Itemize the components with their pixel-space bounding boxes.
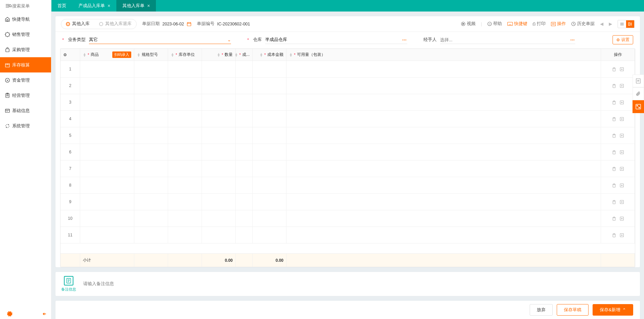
sidebar-item-label: 销售管理 <box>12 31 46 38</box>
table-row[interactable]: 3 <box>61 94 635 111</box>
tab-close-icon[interactable]: × <box>108 3 110 8</box>
warehouse-select[interactable]: ⋯ <box>265 36 407 44</box>
col-unit[interactable]: ▲▼*库存单位 <box>168 49 202 61</box>
row-add-icon[interactable] <box>620 67 624 71</box>
history-next[interactable]: ▶ <box>609 21 612 26</box>
table-row[interactable]: 4 <box>61 111 635 127</box>
sidebar-item-7[interactable]: 系统管理 <box>0 118 51 133</box>
svg-rect-55 <box>613 102 615 104</box>
clip-icon <box>5 93 12 98</box>
col-product[interactable]: ▲▼*商品扫码录入 <box>80 49 134 61</box>
biz-type-field: *业务类型 ⌄ <box>62 36 231 44</box>
col-cost-amount[interactable]: ▲▼*成本金额 <box>253 49 286 61</box>
view-list[interactable] <box>618 20 626 28</box>
table-row[interactable]: 10 <box>61 210 635 227</box>
radio-tab-0[interactable]: 其他入库 <box>61 19 94 29</box>
row-delete-icon[interactable] <box>612 100 616 105</box>
row-delete-icon[interactable] <box>612 67 616 71</box>
scan-badge[interactable]: 扫码录入 <box>112 51 131 58</box>
row-add-icon[interactable] <box>620 183 624 188</box>
row-add-icon[interactable] <box>620 233 624 237</box>
sidebar-item-5[interactable]: 经营管理 <box>0 88 51 103</box>
settings-icon[interactable] <box>0 311 13 317</box>
doc-date-value[interactable]: 2023-06-02 <box>162 22 184 26</box>
history-link[interactable]: 历史单据 <box>571 21 595 27</box>
svg-text:?: ? <box>489 23 490 26</box>
help-link[interactable]: ?帮助 <box>487 21 502 27</box>
row-add-icon[interactable] <box>620 200 624 204</box>
search-icon <box>5 3 12 8</box>
sidebar-item-3[interactable]: 库存核算 <box>0 57 51 72</box>
row-delete-icon[interactable] <box>612 216 616 221</box>
table-row[interactable]: 6 <box>61 144 635 161</box>
row-add-icon[interactable] <box>620 216 624 221</box>
rail-expand-icon[interactable] <box>632 100 644 113</box>
tab-close-icon[interactable]: × <box>147 3 150 8</box>
col-qty[interactable]: ▲▼*数量 <box>202 49 236 61</box>
settings-button[interactable]: ⚙ 设置 <box>613 35 633 44</box>
tab-1[interactable]: 产成品入库单× <box>72 0 116 12</box>
calendar-icon[interactable] <box>187 22 191 26</box>
row-delete-icon[interactable] <box>612 167 616 171</box>
row-delete-icon[interactable] <box>612 200 616 204</box>
sidebar-item-2[interactable]: 采购管理 <box>0 42 51 57</box>
row-add-icon[interactable] <box>620 100 624 105</box>
column-settings-icon[interactable]: ⚙ <box>63 52 67 57</box>
rail-attachment-icon[interactable] <box>632 87 644 100</box>
sidebar-collapse-icon[interactable] <box>41 312 51 316</box>
sidebar-search-input[interactable] <box>12 3 43 8</box>
table-row[interactable]: 2 <box>61 78 635 94</box>
tab-2[interactable]: 其他入库单× <box>116 0 156 12</box>
col-cost-unit[interactable]: ▲▼*成... <box>236 49 253 61</box>
shortcut-link[interactable]: 快捷键 <box>507 21 527 27</box>
table-row[interactable]: 11 <box>61 227 635 243</box>
history-prev[interactable]: ◀ <box>600 21 603 26</box>
row-add-icon[interactable] <box>620 117 624 121</box>
col-spec[interactable]: ▲▼规格型号 <box>134 49 168 61</box>
print-link[interactable]: ⎙打印 <box>533 21 546 27</box>
sidebar-item-4[interactable]: ¥资金管理 <box>0 72 51 88</box>
table-row[interactable]: 9 <box>61 194 635 210</box>
col-gear[interactable]: ⚙ <box>61 49 80 61</box>
fullscreen-icon[interactable] <box>628 1 641 10</box>
video-link[interactable]: 视频 <box>461 21 476 27</box>
sidebar-item-label: 资金管理 <box>12 77 46 83</box>
row-add-icon[interactable] <box>620 150 624 154</box>
row-delete-icon[interactable] <box>612 133 616 138</box>
save-new-button[interactable]: 保存&新增⌃ <box>593 304 633 316</box>
sidebar-search[interactable] <box>0 0 51 12</box>
table-row[interactable]: 5 <box>61 127 635 144</box>
table-row[interactable]: 8 <box>61 177 635 194</box>
row-delete-icon[interactable] <box>612 183 616 188</box>
discard-button[interactable]: 放弃 <box>530 304 553 316</box>
save-draft-button[interactable]: 保存草稿 <box>557 304 589 316</box>
remark-icon: 备注信息 <box>61 276 76 292</box>
bag-icon <box>5 47 12 52</box>
sidebar-item-0[interactable]: 快捷导航 <box>0 12 51 27</box>
biz-type-select[interactable]: ⌄ <box>89 36 231 44</box>
view-form[interactable] <box>626 20 634 28</box>
row-delete-icon[interactable] <box>612 84 616 88</box>
table-row[interactable]: 7 <box>61 161 635 177</box>
table-row[interactable]: 1 <box>61 61 635 78</box>
sidebar-item-1[interactable]: 销售管理 <box>0 27 51 42</box>
row-add-icon[interactable] <box>620 167 624 171</box>
operate-link[interactable]: 操作 <box>551 21 566 27</box>
home-icon <box>5 17 12 22</box>
warehouse-field: *仓库 ⋯ <box>247 36 407 44</box>
row-delete-icon[interactable] <box>612 233 616 237</box>
sidebar-item-6[interactable]: 基础信息 <box>0 103 51 118</box>
col-avail[interactable]: ▲▼*可用量（包装） <box>286 49 601 61</box>
row-add-icon[interactable] <box>620 84 624 88</box>
radio-tab-1[interactable]: 其他入库退库 <box>94 19 136 29</box>
handler-select[interactable]: ⋯ <box>440 36 575 44</box>
row-add-icon[interactable] <box>620 133 624 138</box>
row-delete-icon[interactable] <box>612 150 616 154</box>
rail-draft-icon[interactable]: 草 <box>632 75 644 87</box>
tabbar-close-button[interactable] <box>612 1 626 10</box>
row-delete-icon[interactable] <box>612 117 616 121</box>
tab-0[interactable]: 首页 <box>51 0 72 12</box>
svg-text:草: 草 <box>637 80 640 83</box>
remark-input[interactable] <box>83 281 635 288</box>
right-rail: 草 <box>632 75 644 113</box>
